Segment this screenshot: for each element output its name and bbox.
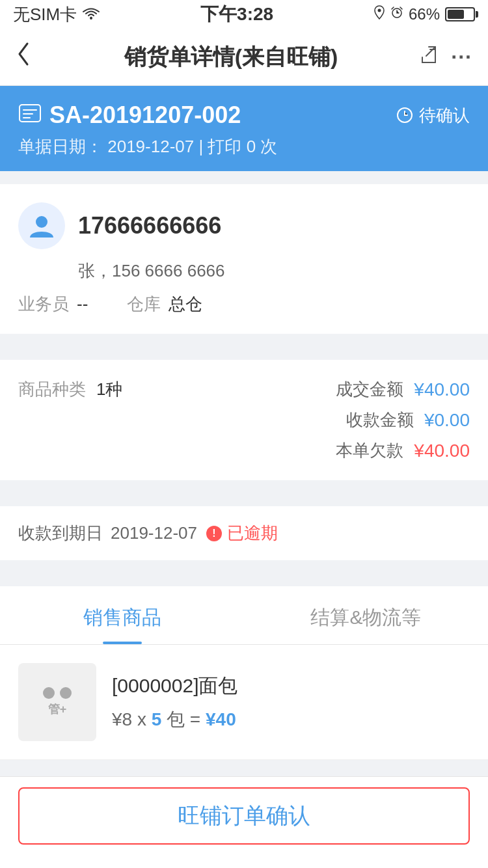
tab-sales-goods[interactable]: 销售商品 bbox=[0, 586, 244, 644]
location-icon bbox=[373, 5, 385, 23]
more-icon[interactable]: ··· bbox=[451, 45, 472, 69]
transaction-row: 成交金额 ¥40.00 bbox=[336, 378, 470, 401]
battery-fill bbox=[448, 10, 464, 19]
salesperson-item: 业务员 -- bbox=[18, 293, 88, 316]
warehouse-value: 总仓 bbox=[169, 293, 202, 316]
customer-section: 17666666666 张，156 6666 6666 业务员 -- 仓库 总仓 bbox=[0, 184, 488, 334]
owed-label: 本单欠款 bbox=[336, 439, 403, 462]
order-id-text: SA-20191207-002 bbox=[49, 102, 241, 129]
avatar bbox=[18, 202, 65, 249]
share-icon[interactable] bbox=[417, 44, 438, 70]
owed-row: 本单欠款 ¥40.00 bbox=[336, 439, 470, 462]
overdue-badge: ! 已逾期 bbox=[205, 522, 278, 545]
equals-sign: = bbox=[190, 709, 206, 729]
order-header-top: SA-20191207-002 待确认 bbox=[18, 102, 470, 129]
divider-2 bbox=[0, 493, 488, 506]
product-logo: 管+ bbox=[43, 687, 72, 717]
status-bar-right: 66% bbox=[373, 5, 475, 23]
nav-bar: 销货单详情(来自旺铺) ··· bbox=[0, 29, 488, 86]
goods-type-value: 1种 bbox=[96, 378, 122, 401]
warehouse-item: 仓库 总仓 bbox=[127, 293, 202, 316]
order-date: 单据日期： 2019-12-07 | 打印 0 次 bbox=[18, 135, 470, 158]
transaction-label: 成交金额 bbox=[336, 378, 403, 401]
tab-settlement-label: 结算&物流等 bbox=[310, 606, 421, 628]
status-text: 待确认 bbox=[419, 104, 470, 127]
tab-sales-goods-label: 销售商品 bbox=[83, 606, 161, 628]
order-id: SA-20191207-002 bbox=[18, 102, 241, 129]
status-bar: 无SIM卡 下午3:28 66% bbox=[0, 0, 488, 29]
quantity-value: 5 bbox=[152, 709, 162, 729]
battery-percent: 66% bbox=[409, 5, 440, 23]
customer-details: 张，156 6666 6666 bbox=[18, 260, 470, 282]
warehouse-label: 仓库 bbox=[127, 293, 161, 316]
table-row: 管+ [0000002]面包 ¥8 x 5 包 = ¥40 bbox=[0, 645, 488, 760]
nav-actions: ··· bbox=[407, 44, 472, 70]
goods-type-label: 商品种类 bbox=[18, 378, 86, 401]
amount-right: 成交金额 ¥40.00 收款金额 ¥0.00 本单欠款 ¥40.00 bbox=[336, 378, 470, 462]
svg-point-5 bbox=[36, 216, 47, 228]
amount-section: 商品种类 1种 成交金额 ¥40.00 收款金额 ¥0.00 本单欠款 ¥40.… bbox=[0, 360, 488, 480]
customer-name: 17666666666 bbox=[78, 212, 221, 239]
multiply-sign: x bbox=[137, 709, 152, 729]
status-bar-left: 无SIM卡 bbox=[13, 3, 100, 26]
page-title: 销货单详情(来自旺铺) bbox=[55, 42, 407, 72]
overdue-text: 已逾期 bbox=[227, 522, 278, 545]
divider-3 bbox=[0, 573, 488, 586]
date-value: 2019-12-07 bbox=[107, 137, 194, 156]
wifi-icon bbox=[82, 5, 100, 25]
customer-meta: 业务员 -- 仓库 总仓 bbox=[18, 293, 470, 316]
tab-settlement[interactable]: 结算&物流等 bbox=[244, 586, 488, 644]
order-header: SA-20191207-002 待确认 单据日期： 2019-12-07 | 打… bbox=[0, 86, 488, 171]
svg-point-1 bbox=[377, 9, 381, 12]
order-status: 待确认 bbox=[396, 104, 470, 127]
bottom-bar: 旺铺订单确认 bbox=[0, 776, 488, 868]
total-value: ¥40 bbox=[206, 709, 236, 729]
transaction-value: ¥40.00 bbox=[414, 379, 470, 400]
product-price: ¥8 x 5 包 = ¥40 bbox=[112, 707, 470, 732]
svg-text:!: ! bbox=[212, 528, 215, 539]
divider-1 bbox=[0, 347, 488, 360]
salesperson-value: -- bbox=[77, 294, 88, 314]
owl-icon bbox=[43, 687, 72, 699]
price-value: ¥8 bbox=[112, 709, 132, 729]
goods-type: 商品种类 1种 bbox=[18, 378, 336, 401]
battery-icon bbox=[445, 7, 475, 21]
alarm-icon bbox=[390, 5, 403, 23]
owl-eye-right bbox=[60, 687, 72, 699]
confirm-order-button[interactable]: 旺铺订单确认 bbox=[18, 787, 470, 845]
product-thumbnail: 管+ bbox=[18, 663, 96, 741]
print-info: | 打印 0 次 bbox=[198, 137, 277, 156]
order-icon bbox=[18, 102, 42, 129]
owed-value: ¥40.00 bbox=[414, 441, 470, 461]
tabs-header: 销售商品 结算&物流等 bbox=[0, 586, 488, 645]
salesperson-label: 业务员 bbox=[18, 293, 69, 316]
tabs-section: 销售商品 结算&物流等 管+ [0000002]面包 ¥8 bbox=[0, 586, 488, 760]
due-label: 收款到期日 bbox=[18, 522, 103, 545]
status-bar-time: 下午3:28 bbox=[200, 2, 273, 27]
owl-text: 管+ bbox=[48, 701, 67, 717]
received-row: 收款金额 ¥0.00 bbox=[346, 409, 470, 431]
back-button[interactable] bbox=[16, 41, 55, 73]
due-section: 收款到期日 2019-12-07 ! 已逾期 bbox=[0, 506, 488, 560]
network-label: 无SIM卡 bbox=[13, 3, 77, 26]
svg-point-0 bbox=[90, 17, 92, 20]
date-label: 单据日期： bbox=[18, 137, 103, 156]
customer-header: 17666666666 bbox=[18, 202, 470, 249]
due-date: 2019-12-07 bbox=[111, 523, 197, 543]
unit-value: 包 bbox=[167, 709, 185, 729]
received-label: 收款金额 bbox=[346, 409, 414, 431]
product-list: 管+ [0000002]面包 ¥8 x 5 包 = ¥40 bbox=[0, 645, 488, 760]
product-info: [0000002]面包 ¥8 x 5 包 = ¥40 bbox=[112, 673, 470, 732]
owl-eye-left bbox=[43, 687, 55, 699]
received-value: ¥0.00 bbox=[424, 410, 470, 431]
product-name: [0000002]面包 bbox=[112, 673, 470, 699]
